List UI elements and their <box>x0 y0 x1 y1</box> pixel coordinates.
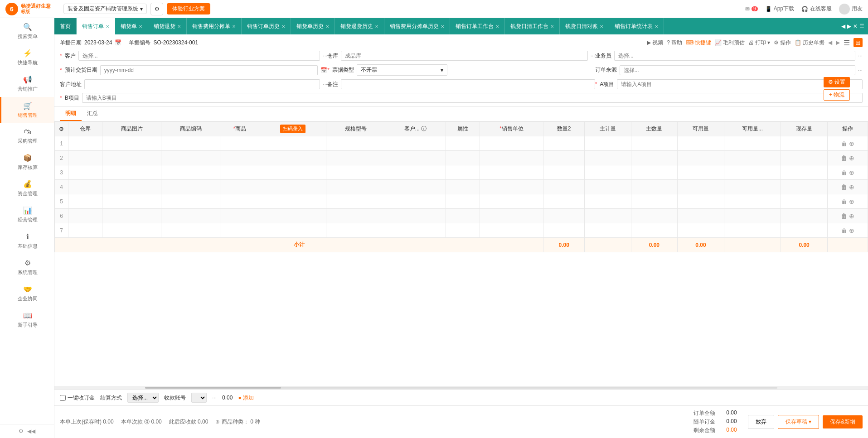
user-menu[interactable]: 用友 <box>839 4 863 14</box>
cell-unit[interactable] <box>480 223 543 238</box>
cell-spec[interactable] <box>326 151 385 165</box>
nav-next-icon[interactable]: ▶ <box>847 23 851 29</box>
cell-customer-code[interactable] <box>385 209 446 223</box>
cell-product[interactable] <box>220 180 259 194</box>
delete-row-icon[interactable]: 🗑 <box>841 140 847 147</box>
copy-row-icon[interactable]: ⊕ <box>849 183 854 191</box>
settings-button[interactable]: ⚙ 设置 <box>824 77 850 87</box>
cell-unit[interactable] <box>480 165 543 180</box>
payment-method-select[interactable]: 选择... <box>127 393 159 403</box>
cell-product[interactable] <box>220 223 259 238</box>
cell-attr[interactable] <box>446 209 480 223</box>
tab-fee-history[interactable]: 销售费用分摊单历史 ✕ <box>384 18 450 34</box>
cell-code[interactable] <box>161 136 220 151</box>
cell-spec[interactable] <box>326 194 385 209</box>
tab-sales-invoice[interactable]: 销货单 ✕ <box>115 18 148 34</box>
cell-code[interactable] <box>161 151 220 165</box>
cell-code[interactable] <box>161 194 220 209</box>
tab-return-history[interactable]: 销货退货历史 ✕ <box>335 18 384 34</box>
cell-qty2[interactable] <box>543 180 585 194</box>
cell-code[interactable] <box>161 180 220 194</box>
close-tab-icon[interactable]: ✕ <box>177 24 181 29</box>
cell-spec[interactable] <box>326 209 385 223</box>
copy-row-icon[interactable]: ⊕ <box>849 154 854 162</box>
sidebar-item-purchase[interactable]: 🛍 采购管理 <box>0 123 54 149</box>
cell-product[interactable] <box>220 165 259 180</box>
cell-code[interactable] <box>161 165 220 180</box>
sidebar-item-marketing[interactable]: 📢 营销推广 <box>0 71 54 97</box>
cell-warehouse[interactable] <box>68 223 102 238</box>
cell-product[interactable] <box>220 136 259 151</box>
scroll-thumb[interactable] <box>145 387 281 389</box>
quickorder-checkbox[interactable]: 一键收订金 <box>60 394 95 402</box>
cell-spec[interactable] <box>326 180 385 194</box>
address-input[interactable] <box>84 79 320 89</box>
app-download-link[interactable]: 📱 App下载 <box>765 5 794 13</box>
add-link[interactable]: ● 添加 <box>238 394 254 402</box>
col-settings-header[interactable]: ⚙ <box>55 122 68 136</box>
address-expand-icon[interactable]: ··· <box>323 81 327 87</box>
cell-unit[interactable] <box>480 180 543 194</box>
delete-row-icon[interactable]: 🗑 <box>841 169 847 176</box>
cell-qty2[interactable] <box>543 223 585 238</box>
cell-customer-code[interactable] <box>385 223 446 238</box>
nav-prev-icon[interactable]: ◀ <box>841 23 845 29</box>
help-btn[interactable]: ? 帮助 <box>667 39 682 47</box>
print-btn[interactable]: 🖨 打印 ▾ <box>748 39 770 47</box>
tab-home[interactable]: 首页 <box>54 18 77 34</box>
copy-row-icon[interactable]: ⊕ <box>849 140 854 147</box>
cell-customer-code[interactable] <box>385 194 446 209</box>
cell-spec[interactable] <box>326 165 385 180</box>
sidebar-item-inventory[interactable]: 📦 库存核算 <box>0 149 54 175</box>
customer-input[interactable] <box>78 51 320 61</box>
view-video-btn[interactable]: ▶ 视频 <box>647 39 663 47</box>
close-tab-icon[interactable]: ✕ <box>375 24 378 29</box>
delete-row-icon[interactable]: 🗑 <box>841 183 847 191</box>
discard-button[interactable]: 放弃 <box>748 415 774 429</box>
tab-sales-order-history[interactable]: 销售订单历史 ✕ <box>242 18 291 34</box>
cell-qty2[interactable] <box>543 151 585 165</box>
cell-qty2[interactable] <box>543 165 585 180</box>
cell-qty2[interactable] <box>543 209 585 223</box>
sidebar-item-system[interactable]: ⚙ 系统管理 <box>0 254 54 280</box>
nav-close-all-icon[interactable]: ✕ <box>853 23 858 29</box>
cell-customer-code[interactable] <box>385 180 446 194</box>
delete-row-icon[interactable]: 🗑 <box>841 198 847 205</box>
cell-warehouse[interactable] <box>68 165 102 180</box>
close-tab-icon[interactable]: ✕ <box>232 24 236 29</box>
close-tab-icon[interactable]: ✕ <box>655 24 658 29</box>
settings-icon[interactable]: ⚙ <box>150 3 163 15</box>
sidebar-item-enterprise[interactable]: 🤝 企业协同 <box>0 280 54 307</box>
sidebar-item-basicinfo[interactable]: ℹ 基础信息 <box>0 228 54 254</box>
close-tab-icon[interactable]: ✕ <box>600 24 603 29</box>
note-input[interactable] <box>341 79 595 89</box>
system-select[interactable]: 装备及固定资产辅助管理系统 ▾ <box>63 4 147 14</box>
cell-main-qty[interactable] <box>631 180 678 194</box>
sidebar-collapse-icon[interactable]: ◀◀ <box>27 428 35 434</box>
copy-row-icon[interactable]: ⊕ <box>849 169 854 176</box>
warehouse-expand-icon[interactable]: ··· <box>591 53 595 59</box>
cell-customer-code[interactable] <box>385 136 446 151</box>
tab-daily-reconcile[interactable]: 钱货日清对账 ✕ <box>560 18 609 34</box>
cell-spec[interactable] <box>326 223 385 238</box>
cell-spec[interactable] <box>326 136 385 151</box>
tab-order-workbench[interactable]: 销售订单工作台 ✕ <box>450 18 505 34</box>
cell-attr[interactable] <box>446 151 480 165</box>
scroll-track[interactable] <box>145 387 777 389</box>
sidebar-settings-icon[interactable]: ⚙ <box>19 428 24 434</box>
calendar-icon[interactable]: 📅 <box>115 39 121 46</box>
add-logistics-button[interactable]: + 物流 <box>824 89 850 101</box>
customer-expand-icon[interactable]: ··· <box>323 53 327 59</box>
cell-main-qty[interactable] <box>631 165 678 180</box>
sidebar-item-operations[interactable]: 📊 经营管理 <box>0 202 54 228</box>
delivery-date-input[interactable] <box>100 65 318 75</box>
solution-button[interactable]: 体验行业方案 <box>167 3 210 14</box>
cell-attr[interactable] <box>446 165 480 180</box>
order-source-input[interactable] <box>620 65 855 75</box>
tab-daily-workbench[interactable]: 钱货日清工作台 ✕ <box>505 18 560 34</box>
cell-qty2[interactable] <box>543 136 585 151</box>
scan-button[interactable]: 扫码录入 <box>280 125 305 133</box>
copy-row-icon[interactable]: ⊕ <box>849 227 854 234</box>
cell-unit[interactable] <box>480 136 543 151</box>
cell-main-qty[interactable] <box>631 223 678 238</box>
